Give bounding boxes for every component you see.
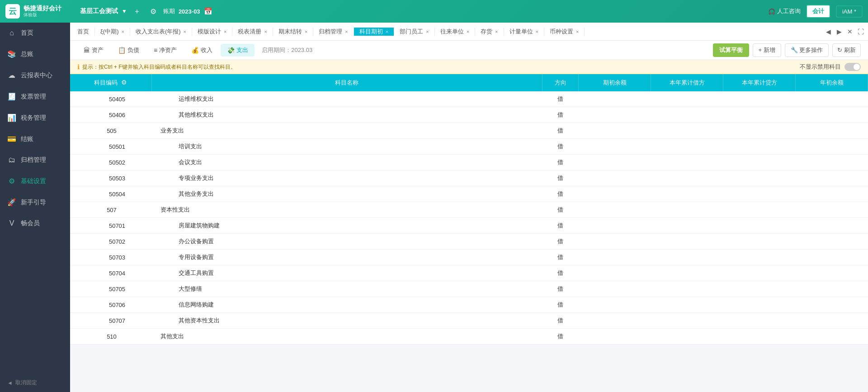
table-row[interactable]: 50503 专项业务支出 借 <box>70 170 868 186</box>
add-tab-btn[interactable]: ＋ <box>131 5 143 18</box>
sub-tab-净资产[interactable]: ≡净资产 <box>147 44 183 57</box>
table-row[interactable]: 50406 其他维权支出 借 <box>70 107 868 123</box>
cell-year-bal <box>796 329 868 345</box>
tab-item-11[interactable]: 计量单位× <box>504 28 544 36</box>
tab-expand-btn[interactable]: ⛶ <box>855 23 866 41</box>
account-button[interactable]: 会计 <box>806 5 830 18</box>
table-row[interactable]: 50504 其他业务支出 借 <box>70 186 868 202</box>
table-row[interactable]: 50706 信息网络购建 借 <box>70 297 868 313</box>
tab-item-4[interactable]: 税表清册× <box>232 28 273 36</box>
cell-code: 505 <box>70 123 151 139</box>
add-btn[interactable]: + 新增 <box>753 43 781 57</box>
tab-label: 计量单位 <box>509 28 533 36</box>
tab-item-9[interactable]: 往来单位× <box>435 28 475 36</box>
sidebar-item-总账[interactable]: 📚总账 <box>0 43 70 65</box>
cell-year-borrow <box>651 170 723 186</box>
settings-icon[interactable]: ⚙ <box>147 5 160 18</box>
sidebar-icon-税务管理: 📊 <box>7 113 16 122</box>
period-label: 账期 <box>163 7 175 15</box>
sub-tab-icon-0: 🏛 <box>84 47 90 54</box>
calendar-icon[interactable]: 📅 <box>204 7 212 15</box>
sidebar-item-发票管理[interactable]: 🧾发票管理 <box>0 86 70 107</box>
table-row[interactable]: 50701 房屋建筑物购建 借 <box>70 218 868 234</box>
table-row[interactable]: 50502 会议支出 借 <box>70 155 868 170</box>
table-row[interactable]: 50405 运维维权支出 借 <box>70 91 868 107</box>
disabled-toggle[interactable] <box>844 63 861 71</box>
sub-tab-收入[interactable]: 💰收入 <box>185 44 219 57</box>
sidebar-label: 税务管理 <box>21 114 46 122</box>
sidebar-item-归档管理[interactable]: 🗂归档管理 <box>0 150 70 170</box>
cell-code: 50705 <box>70 281 151 297</box>
col-header-name: 科目名称 <box>151 74 542 91</box>
sidebar-icon-发票管理: 🧾 <box>7 92 16 101</box>
tab-next-btn[interactable]: ▶ <box>834 23 844 41</box>
customer-service-btn[interactable]: 🎧 人工咨询 <box>768 7 801 15</box>
table-row[interactable]: 50501 培训支出 借 <box>70 139 868 155</box>
tab-close-icon[interactable]: × <box>536 29 538 34</box>
calc-balance-btn[interactable]: 试算平衡 <box>713 43 749 57</box>
sub-tab-支出[interactable]: 💸支出 <box>221 44 255 57</box>
col-settings-icon[interactable]: ⚙ <box>121 79 127 86</box>
cell-year-bal <box>796 265 868 281</box>
tab-item-7[interactable]: 科目期初× <box>354 28 394 36</box>
table-row[interactable]: 50704 交通工具购置 借 <box>70 265 868 281</box>
tab-close-all-btn[interactable]: ✕ <box>844 23 855 41</box>
sidebar-item-首页[interactable]: ⌂首页 <box>0 23 70 43</box>
tab-close-icon[interactable]: × <box>264 29 267 34</box>
table-row[interactable]: 510 其他支出 借 <box>70 329 868 345</box>
sidebar-item-云报表中心[interactable]: ☁云报表中心 <box>0 65 70 86</box>
cell-dir: 借 <box>542 202 579 218</box>
tab-item-3[interactable]: 模版设计× <box>192 28 232 36</box>
table-row[interactable]: 505 业务支出 借 <box>70 123 868 139</box>
refresh-btn[interactable]: ↻ 刷新 <box>832 43 861 57</box>
tab-close-icon[interactable]: × <box>426 29 429 34</box>
cell-year-bal <box>796 234 868 250</box>
tab-item-6[interactable]: 归档管理× <box>313 28 354 36</box>
cell-year-borrow <box>651 250 723 265</box>
sidebar-item-税务管理[interactable]: 📊税务管理 <box>0 107 70 128</box>
tab-item-5[interactable]: 期末结转× <box>273 28 313 36</box>
tab-close-icon[interactable]: × <box>305 29 307 34</box>
col-header-period-bal: 期初余额 <box>579 74 651 91</box>
table-row[interactable]: 50705 大型修缮 借 <box>70 281 868 297</box>
sidebar-label: 首页 <box>21 29 33 37</box>
tab-close-icon[interactable]: × <box>224 29 226 34</box>
tab-close-icon[interactable]: × <box>121 29 124 34</box>
table-row[interactable]: 507 资本性支出 借 <box>70 202 868 218</box>
tab-item-8[interactable]: 部门员工× <box>394 28 434 36</box>
sub-tab-负债[interactable]: 📋负债 <box>112 44 146 57</box>
tab-close-icon[interactable]: × <box>386 29 388 34</box>
sidebar-item-畅会员[interactable]: V畅会员 <box>0 213 70 234</box>
cell-dir: 借 <box>542 91 579 107</box>
tab-item-12[interactable]: 币种设置× <box>544 28 585 36</box>
tab-close-icon[interactable]: × <box>495 29 498 34</box>
table-row[interactable]: 50703 专用设备购置 借 <box>70 250 868 265</box>
company-dropdown-icon[interactable]: ▼ <box>122 8 127 14</box>
sidebar-item-结账[interactable]: 💳结账 <box>0 128 70 150</box>
tab-close-icon[interactable]: × <box>467 29 469 34</box>
iam-button[interactable]: iAM * <box>836 5 863 18</box>
cell-period-bal <box>579 139 651 155</box>
tab-item-2[interactable]: 收入支出表(年报)× <box>130 28 192 36</box>
sidebar-item-基础设置[interactable]: ⚙基础设置 <box>0 170 70 192</box>
tab-close-icon[interactable]: × <box>345 29 348 34</box>
tab-prev-btn[interactable]: ◀ <box>823 23 834 41</box>
cell-period-bal <box>579 250 651 265</box>
table-row[interactable]: 50702 办公设备购置 借 <box>70 234 868 250</box>
sidebar-item-新手引导[interactable]: 🚀新手引导 <box>0 192 70 213</box>
table-row[interactable]: 50707 其他资本性支出 借 <box>70 313 868 329</box>
sub-tab-资产[interactable]: 🏛资产 <box>77 44 110 57</box>
cell-year-lend <box>723 234 796 250</box>
more-ops-btn[interactable]: 🔧 更多操作 <box>785 43 829 57</box>
pin-sidebar-btn[interactable]: ◄ 取消固定 <box>0 373 70 392</box>
tab-close-icon[interactable]: × <box>184 29 186 34</box>
tab-close-icon[interactable]: × <box>576 29 579 34</box>
cell-year-lend <box>723 265 796 281</box>
cell-dir: 借 <box>542 265 579 281</box>
tab-item-10[interactable]: 存货× <box>475 28 504 36</box>
tab-item-1[interactable]: ξ(中期)× <box>95 28 130 36</box>
cell-year-lend <box>723 250 796 265</box>
tab-item-0[interactable]: 首页 <box>72 28 95 36</box>
sidebar-label: 畅会员 <box>21 219 40 227</box>
cell-code: 510 <box>70 329 151 345</box>
